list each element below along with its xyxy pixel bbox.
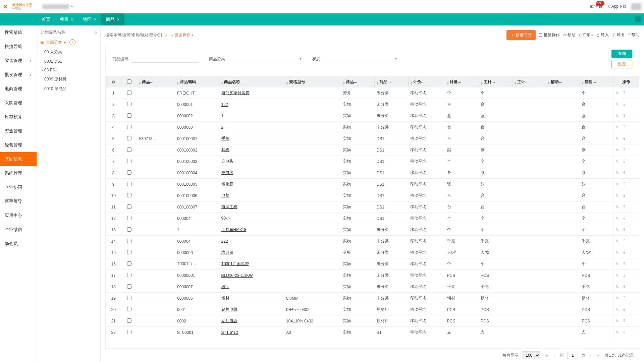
row-checkbox[interactable] (127, 284, 131, 289)
nav-item[interactable]: 库存核算 (0, 110, 37, 124)
row-checkbox[interactable] (127, 90, 131, 95)
product-name-link[interactable]: 手机 (221, 136, 229, 141)
more-icon[interactable]: ⠿ (622, 250, 625, 255)
more-icon[interactable]: ⠿ (622, 307, 625, 312)
tab-地区[interactable]: 地区✕ (78, 13, 101, 25)
tree-item[interactable]: 0009 原材料 (37, 74, 100, 84)
page-size-select[interactable]: 100 (522, 351, 540, 359)
product-name-link[interactable]: 贴片电容 (221, 318, 237, 323)
nav-item[interactable]: 采购管理 (0, 96, 37, 110)
more-icon[interactable]: ⠿ (622, 159, 625, 164)
gear-column[interactable]: ⚙ (106, 76, 121, 87)
more-icon[interactable]: ⠿ (622, 330, 625, 335)
edit-icon[interactable]: ✎ (615, 114, 619, 118)
more-icon[interactable]: ⠿ (622, 114, 625, 118)
product-name-link[interactable]: 电脑主机 (221, 204, 237, 209)
tenant-selector[interactable]: ▾ (42, 4, 73, 9)
row-checkbox[interactable] (127, 136, 131, 140)
messages-button[interactable]: ✉ 消息 99+ (590, 4, 602, 9)
column-header[interactable]: ▴▾主计... (512, 76, 546, 87)
edit-icon[interactable]: ✎ (615, 273, 619, 278)
nav-item[interactable]: 快捷导航 (0, 40, 37, 54)
row-checkbox[interactable] (127, 330, 131, 334)
edit-icon[interactable]: ✎ (615, 159, 619, 164)
print-button[interactable]: ⎙打印▾ (579, 32, 593, 38)
product-name-link[interactable]: T0301白面黑带 (221, 261, 249, 266)
column-header[interactable]: 操作 (613, 76, 639, 87)
row-checkbox[interactable] (127, 296, 131, 300)
nav-item[interactable]: 基础信息 (0, 152, 37, 166)
category-root[interactable]: ▣全部分类▸ ✎ « (37, 37, 100, 47)
product-name-link[interactable]: BLD10-23-1.1KW (221, 273, 253, 278)
more-icon[interactable]: ⠿ (622, 182, 625, 187)
search-input[interactable] (105, 33, 162, 38)
more-icon[interactable]: ⠿ (622, 285, 625, 289)
import-button[interactable]: ↥导入 (596, 32, 609, 38)
row-checkbox[interactable] (127, 193, 131, 197)
nav-item[interactable]: 资金管理 (0, 124, 37, 138)
column-header[interactable]: ▴▾辅助... (546, 76, 580, 87)
product-name-link[interactable]: 钢材 (221, 296, 229, 300)
row-checkbox[interactable] (127, 307, 131, 311)
product-name-link[interactable]: 电脑 (221, 193, 229, 198)
row-checkbox[interactable] (127, 273, 131, 277)
row-checkbox[interactable] (127, 318, 131, 323)
product-name-link[interactable]: 90小 (221, 216, 230, 221)
product-name-link[interactable]: 2 (221, 125, 224, 130)
export-button[interactable]: ↧导出 (612, 32, 625, 38)
settings-button[interactable]: 设置 (611, 60, 632, 68)
more-icon[interactable]: ⠿ (622, 319, 625, 323)
edit-icon[interactable]: ✎ (615, 262, 619, 266)
product-name-link[interactable]: 充电头 (221, 159, 233, 164)
column-header[interactable]: ▴▾销售... (580, 76, 613, 87)
edit-icon[interactable]: ✎ (615, 239, 619, 244)
column-header[interactable]: ▴▾主计... (479, 76, 512, 87)
edit-icon[interactable]: ✎ (615, 91, 619, 96)
row-checkbox[interactable] (127, 216, 131, 220)
add-product-button[interactable]: ＋新增商品 (506, 30, 536, 40)
app-download-button[interactable]: ⇩App下载 (607, 4, 627, 9)
more-ops-button[interactable]: ▽更多操作▾ (170, 32, 193, 38)
row-checkbox[interactable] (127, 250, 131, 254)
more-icon[interactable]: ⠿ (622, 91, 625, 96)
product-name-link[interactable]: 工具车HM318 (221, 227, 247, 232)
nav-item[interactable]: 电商管理 (0, 82, 37, 96)
search-icon[interactable]: ⌕ (94, 29, 97, 35)
nav-item[interactable]: 批发管理▸ (0, 68, 37, 82)
collapse-icon[interactable]: « (60, 40, 62, 45)
help-button[interactable]: ?帮助 (628, 32, 639, 38)
last-page-button[interactable]: ⏭ (595, 353, 601, 358)
edit-icon[interactable]: ✎ (615, 125, 619, 130)
row-checkbox[interactable] (127, 227, 131, 232)
product-name-link[interactable]: 钢化膜 (221, 182, 233, 186)
tree-item[interactable]: 0010 半成品 (37, 84, 100, 94)
tab-商品[interactable]: 商品✕ (101, 13, 124, 25)
edit-icon[interactable]: ✎ (615, 193, 619, 198)
product-name-link[interactable]: 珠宝 (221, 284, 229, 289)
tree-item[interactable]: 00 未分类 (37, 47, 100, 57)
edit-icon[interactable]: ✎ (615, 319, 619, 323)
row-checkbox[interactable] (127, 159, 131, 163)
edit-icon[interactable]: ✎ (615, 216, 619, 221)
product-name-link[interactable]: 充电线 (221, 170, 233, 175)
nav-item[interactable]: 企业微信 (0, 223, 37, 237)
edit-icon[interactable]: ✎ (615, 250, 619, 255)
nav-item[interactable]: 经营管理 (0, 138, 37, 152)
nav-item[interactable]: 零售管理▸ (0, 54, 37, 68)
filter-class-select[interactable]: ▾ (228, 56, 302, 62)
row-checkbox[interactable] (127, 147, 131, 152)
row-checkbox[interactable] (127, 239, 131, 243)
more-icon[interactable]: ⠿ (622, 193, 625, 198)
product-name-link[interactable]: 122 (221, 102, 228, 107)
column-header[interactable]: ▴▾商品... (375, 76, 408, 87)
row-checkbox[interactable] (127, 113, 131, 118)
fullscreen-button[interactable]: ⛶ (635, 16, 641, 22)
tab-首页[interactable]: 首页 (37, 13, 55, 25)
product-name-link[interactable]: 贴片电阻 (221, 307, 237, 312)
edit-icon[interactable]: ✎ (615, 285, 619, 289)
more-icon[interactable]: ⠿ (622, 296, 625, 301)
more-icon[interactable]: ⠿ (622, 216, 625, 221)
product-name-link[interactable]: 222 (221, 239, 228, 244)
more-icon[interactable]: ⠿ (622, 102, 625, 107)
column-header[interactable]: ▴▾商品编码 (175, 76, 219, 87)
